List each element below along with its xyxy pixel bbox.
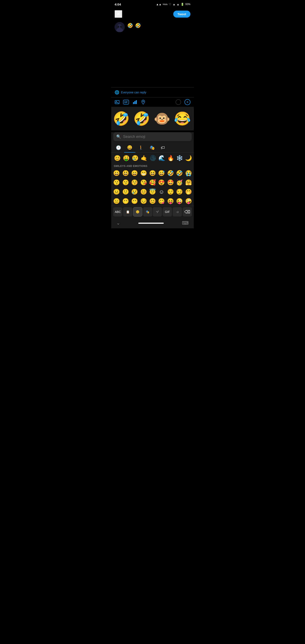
search-icon: 🔍: [116, 134, 121, 139]
emoji-innocent[interactable]: 😇: [148, 187, 157, 196]
signal-bars-icon: ▲: [177, 3, 180, 6]
clipboard-button[interactable]: 📋: [123, 207, 132, 216]
smileys-section-header: SMILEYS AND EMOTIONS: [111, 163, 194, 168]
emoji-kissing-closed[interactable]: 😚: [130, 178, 139, 187]
emoji-zany[interactable]: 🤪: [184, 196, 193, 206]
sticker-2[interactable]: 🤣: [132, 108, 152, 129]
delete-button[interactable]: ⌫: [182, 207, 192, 216]
status-icons: ▲▲ Hulu ♡ ▲ ▲ 🔋 93%: [156, 3, 190, 6]
clipboard-icon: 📋: [126, 210, 130, 214]
preview-9[interactable]: 🌙: [184, 154, 193, 162]
bottom-nav: ⌄ ⌨: [111, 218, 194, 228]
preview-7[interactable]: 🔥: [166, 154, 175, 162]
kaomoji-button[interactable]: ヅ: [153, 207, 162, 216]
search-input[interactable]: [123, 134, 189, 139]
svg-rect-9: [133, 102, 134, 104]
signal-icon: ▲▲: [156, 3, 162, 6]
emoji-grin[interactable]: 😁: [139, 168, 148, 178]
emoji-stuck-out-tongue[interactable]: 😝: [166, 196, 175, 206]
emoji-heart-face[interactable]: 🥰: [148, 178, 157, 187]
emoji-partying[interactable]: 🥳: [175, 178, 184, 187]
reply-scope-bar[interactable]: 🌐 Everyone can reply: [111, 87, 194, 97]
keyboard-icon[interactable]: ⌨: [182, 220, 189, 226]
emoji-search-bar[interactable]: 🔍: [113, 132, 192, 141]
emoji-relieved[interactable]: 😌: [166, 187, 175, 196]
photo-icon[interactable]: [114, 100, 120, 105]
emoji-happy[interactable]: 😊: [148, 196, 157, 206]
preview-6[interactable]: 🌊: [157, 154, 166, 162]
close-button[interactable]: ✕: [114, 10, 122, 18]
emoji-grid-row2: 😗 😙 😚 😘 🥰 😍 🤩 🥳 🤗: [111, 178, 194, 187]
emoji-star-struck[interactable]: 🤩: [166, 178, 175, 187]
emoji-slightly-smiling[interactable]: 🙂: [121, 187, 130, 196]
emoji-laughing[interactable]: 😆: [148, 168, 157, 178]
emoji-keyboard-icon: 😊: [136, 210, 139, 214]
emoji-hugging[interactable]: 🤗: [184, 178, 193, 187]
kaomoji-icon: ヅ: [156, 210, 159, 214]
emoji-kissing[interactable]: 😗: [112, 178, 121, 187]
emoji-grinning[interactable]: 😀: [112, 168, 121, 178]
poll-icon[interactable]: [132, 100, 138, 105]
sticker-button[interactable]: 🎭: [143, 207, 152, 216]
emoji-preview-row: 😊 🤑 😢 🤙 🌑 🌊 🔥 ❄️ 🌙: [111, 153, 194, 163]
delete-icon: ⌫: [184, 209, 190, 214]
emoji-relaxed[interactable]: ☺️: [157, 187, 166, 196]
emoji-rofl[interactable]: 🤣: [166, 168, 175, 178]
emoji-blush[interactable]: 😊: [139, 187, 148, 196]
emoji-cry[interactable]: 😢: [130, 187, 139, 196]
emoticon-button[interactable]: :-): [172, 207, 182, 216]
preview-4[interactable]: 🤙: [140, 154, 148, 162]
sticker-4[interactable]: 😂: [172, 108, 192, 129]
tweet-button[interactable]: Tweet: [173, 10, 190, 18]
sticker-1[interactable]: 🤣: [111, 108, 132, 129]
tab-recent[interactable]: 🕐: [113, 143, 124, 152]
emoji-expressionless[interactable]: 😑: [112, 196, 121, 206]
tab-activities[interactable]: 🎭: [146, 143, 158, 152]
tweet-text[interactable]: 🤣 🤣: [127, 22, 190, 85]
svg-text:GIF: GIF: [124, 101, 128, 104]
battery-percent: 93%: [185, 3, 190, 6]
emoji-keyboard: 🔍 🕐 😀 🚶 🎭 🏷 😊 🤑 😢 🤙 🌑 🌊 🔥 ❄️ 🌙 SMILEYS A…: [111, 132, 194, 218]
emoji-neutral[interactable]: 😐: [112, 187, 121, 196]
keyboard-bottom-bar: ABC 📋 😊 🎭 ヅ GIF :-) ⌫: [111, 206, 194, 218]
emoji-smirk[interactable]: 😏: [175, 187, 184, 196]
sticker-3[interactable]: 🐵: [152, 108, 172, 129]
emoji-smiley[interactable]: 😃: [121, 168, 130, 178]
location-icon[interactable]: [141, 100, 146, 105]
tab-objects[interactable]: 🏷: [158, 143, 168, 152]
avatar-image: [114, 22, 125, 32]
avatar: [114, 22, 125, 32]
emoji-no-mouth[interactable]: 😶: [121, 196, 130, 206]
emoji-kissing-smiling[interactable]: 😙: [121, 178, 130, 187]
gif-button[interactable]: GIF: [163, 207, 172, 216]
preview-3[interactable]: 😢: [131, 154, 140, 162]
emoji-heart-eyes[interactable]: 😍: [157, 178, 166, 187]
preview-5[interactable]: 🌑: [148, 154, 157, 162]
gif-icon[interactable]: GIF: [123, 100, 129, 104]
tab-smileys[interactable]: 😀: [124, 143, 135, 152]
emoji-no-mouth2[interactable]: 😶: [130, 196, 139, 206]
preview-2[interactable]: 🤑: [122, 154, 131, 162]
emoji-yum[interactable]: 😋: [157, 196, 166, 206]
emoji-button[interactable]: 😊: [133, 207, 142, 216]
character-count: [176, 99, 181, 105]
preview-1[interactable]: 😊: [113, 154, 122, 162]
heart-icon: ♡: [169, 3, 171, 6]
emoji-joy[interactable]: 🤣: [175, 168, 184, 178]
plus-icon: +: [186, 100, 189, 104]
emoji-sweat-smile[interactable]: 😅: [157, 168, 166, 178]
chevron-down-icon[interactable]: ⌄: [116, 220, 120, 226]
reply-scope-label: Everyone can reply: [121, 91, 146, 94]
emoji-winking-tongue[interactable]: 😜: [175, 196, 184, 206]
emoji-pensive[interactable]: 😔: [139, 196, 148, 206]
emoji-kissing-heart[interactable]: 😘: [139, 178, 148, 187]
tab-people[interactable]: 🚶: [135, 143, 146, 152]
preview-8[interactable]: ❄️: [175, 154, 184, 162]
emoji-smile[interactable]: 😄: [130, 168, 139, 178]
svg-rect-10: [134, 101, 136, 104]
add-tweet-button[interactable]: +: [184, 99, 190, 105]
emoji-sob[interactable]: 😭: [184, 168, 193, 178]
sticker-more[interactable]: ›: [192, 108, 194, 129]
abc-button[interactable]: ABC: [113, 207, 122, 216]
emoji-shushing[interactable]: 🤭: [184, 187, 193, 196]
